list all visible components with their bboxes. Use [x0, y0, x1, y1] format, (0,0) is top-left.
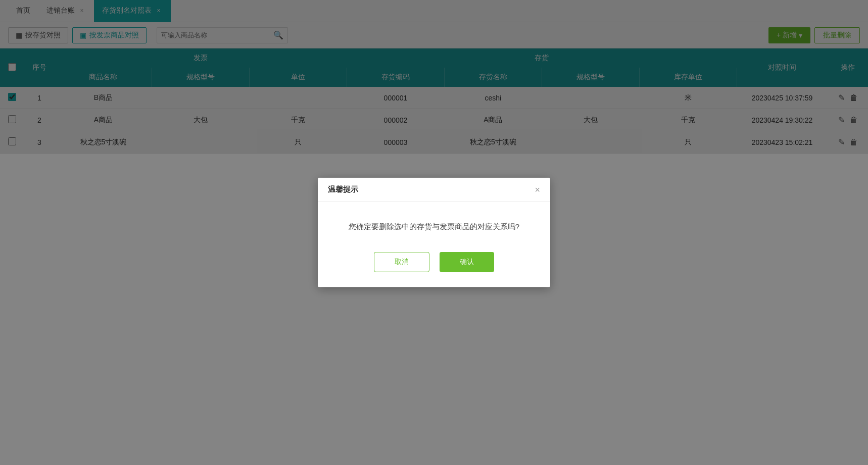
dialog-overlay: 温馨提示 × 您确定要删除选中的存货与发票商品的对应关系吗? 取消 确认 — [0, 0, 868, 153]
